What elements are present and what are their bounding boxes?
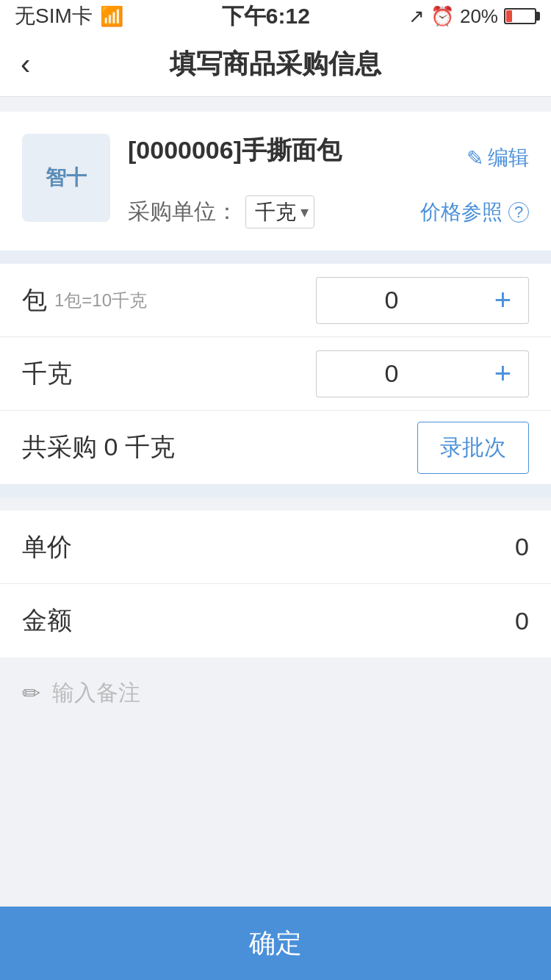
unit-price-label: 单价: [22, 530, 72, 564]
bag-sub-label: 1包=10千克: [54, 289, 147, 312]
status-right: ↗ ⏰ 20%: [408, 5, 536, 28]
nav-bar: ‹ 填写商品采购信息: [0, 32, 551, 97]
unit-label: 采购单位：: [128, 197, 238, 227]
product-logo-text: 智十: [46, 164, 87, 192]
confirm-button[interactable]: 确定: [0, 907, 551, 980]
product-thumbnail: 智十: [22, 134, 110, 222]
summary-label: 共采购 0 千克: [22, 430, 175, 464]
carrier-label: 无SIM卡: [15, 2, 93, 30]
location-icon: ↗: [408, 5, 425, 28]
pencil-icon: ✏: [22, 680, 40, 706]
kg-input-wrap: +: [316, 350, 529, 397]
bag-input-row: 包 1包=10千克 +: [0, 264, 551, 337]
edit-icon: ✎: [467, 146, 483, 170]
bag-plus-button[interactable]: +: [478, 277, 529, 324]
unit-row: 采购单位： 千克: [128, 195, 314, 228]
amount-value: 0: [515, 607, 529, 635]
batch-button[interactable]: 录批次: [417, 422, 529, 474]
bag-quantity-input[interactable]: [316, 277, 478, 324]
unit-price-value: 0: [515, 533, 529, 561]
amount-label: 金额: [22, 604, 72, 638]
battery-icon: [504, 8, 536, 24]
status-left: 无SIM卡 📶: [15, 2, 123, 30]
remark-placeholder: 输入备注: [52, 678, 140, 708]
remark-section[interactable]: ✏ 输入备注: [0, 657, 551, 729]
price-ref-button[interactable]: 价格参照 ?: [420, 198, 529, 226]
bag-label: 包: [22, 284, 47, 317]
unit-select[interactable]: 千克: [245, 195, 314, 228]
battery-percent: 20%: [460, 5, 498, 28]
amount-row: 金额 0: [0, 584, 551, 657]
divider-1: [0, 251, 551, 264]
unit-select-wrap[interactable]: 千克: [245, 195, 314, 228]
product-top-row: [0000006]手撕面包 ✎ 编辑: [128, 134, 529, 182]
kg-quantity-input[interactable]: [316, 350, 478, 397]
price-ref-label: 价格参照: [420, 198, 503, 226]
product-bottom-row: 采购单位： 千克 价格参照 ?: [128, 195, 529, 228]
price-section: 单价 0 金额 0: [0, 511, 551, 657]
status-time: 下午6:12: [222, 1, 310, 32]
product-info: [0000006]手撕面包 ✎ 编辑 采购单位： 千克 价格参照 ?: [128, 134, 529, 228]
wifi-icon: 📶: [100, 5, 123, 28]
alarm-icon: ⏰: [431, 5, 454, 28]
status-bar: 无SIM卡 📶 下午6:12 ↗ ⏰ 20%: [0, 0, 551, 32]
product-name: [0000006]手撕面包: [128, 134, 342, 167]
edit-button[interactable]: ✎ 编辑: [467, 144, 529, 172]
kg-label: 千克: [22, 357, 72, 391]
bag-input-wrap: +: [316, 277, 529, 324]
back-button[interactable]: ‹: [21, 48, 30, 81]
kg-plus-button[interactable]: +: [478, 350, 529, 397]
kg-input-row: 千克 +: [0, 337, 551, 411]
unit-price-row: 单价 0: [0, 511, 551, 584]
divider-2: [0, 484, 551, 497]
summary-row: 共采购 0 千克 录批次: [0, 411, 551, 484]
quantity-section: 包 1包=10千克 + 千克 +: [0, 264, 551, 411]
product-card: 智十 [0000006]手撕面包 ✎ 编辑 采购单位： 千克 价格参照 ?: [0, 112, 551, 251]
page-title: 填写商品采购信息: [170, 46, 381, 82]
info-circle-icon: ?: [508, 202, 529, 223]
edit-label: 编辑: [488, 144, 529, 172]
